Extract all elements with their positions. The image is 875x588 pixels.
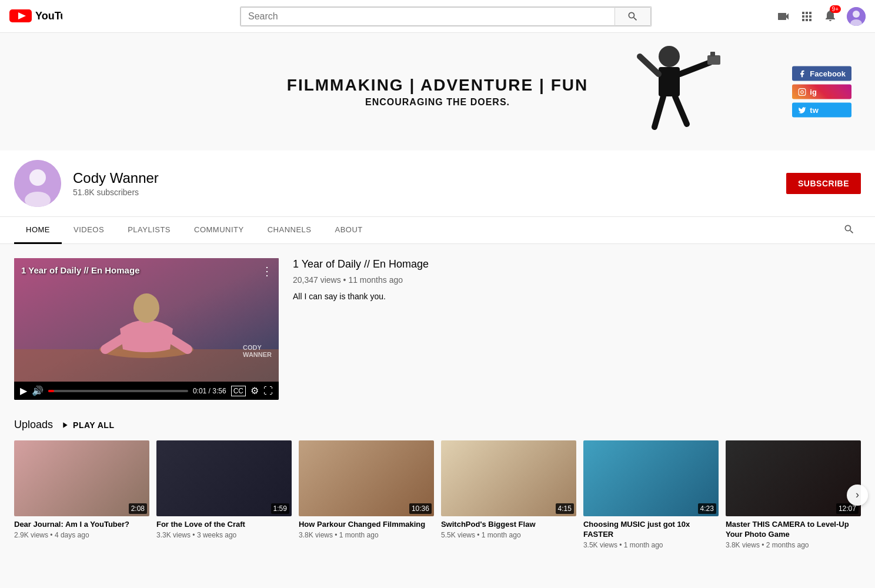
page-header: YouTube 9+ <box>0 0 875 33</box>
progress-fill <box>48 390 54 392</box>
svg-rect-14 <box>799 88 806 95</box>
notification-bell[interactable]: 9+ <box>823 8 837 24</box>
uploads-wrapper: 2:08 Dear Journal: Am I a YouTuber? 2.9K… <box>14 440 861 549</box>
subscribe-button[interactable]: SUBSCRIBE <box>786 173 861 194</box>
video-title: Dear Journal: Am I a YouTuber? <box>14 520 149 530</box>
video-card[interactable]: 2:08 Dear Journal: Am I a YouTuber? 2.9K… <box>14 440 149 549</box>
channel-info-bar: Cody Wanner 51.8K subscribers SUBSCRIBE <box>0 151 875 217</box>
banner-subtitle: ENCOURAGING THE DOERS. <box>287 97 588 108</box>
social-links: Facebook ig tw <box>792 66 851 118</box>
search-bar <box>240 6 652 26</box>
video-card[interactable]: 1:59 For the Love of the Craft 3.3K view… <box>156 440 292 549</box>
featured-section: 1 Year of Daily // En Homage ⋮ CODYWANNE… <box>14 258 861 400</box>
svg-rect-7 <box>659 67 680 96</box>
nav-search-icon[interactable] <box>837 218 861 243</box>
tab-channels[interactable]: CHANNELS <box>256 217 323 244</box>
channel-avatar <box>14 160 61 207</box>
search-input[interactable] <box>241 7 614 26</box>
video-thumbnail: 1:59 <box>156 440 292 516</box>
video-thumbnail: 12:07 <box>726 440 861 516</box>
channel-details: Cody Wanner 51.8K subscribers <box>73 170 786 197</box>
featured-video-info: 1 Year of Daily // En Homage 20,347 view… <box>293 258 861 400</box>
video-title-overlay: 1 Year of Daily // En Homage <box>21 265 139 275</box>
svg-line-8 <box>640 56 659 74</box>
featured-video-description: All I can say is thank you. <box>293 292 861 301</box>
svg-rect-10 <box>707 55 720 65</box>
video-meta: 3.3K views • 3 weeks ago <box>156 531 292 539</box>
time-display: 0:01 / 3:56 <box>193 387 226 395</box>
featured-video-title: 1 Year of Daily // En Homage <box>293 258 861 270</box>
main-content: 1 Year of Daily // En Homage ⋮ CODYWANNE… <box>0 244 875 588</box>
fullscreen-button[interactable]: ⛶ <box>263 386 273 396</box>
svg-point-17 <box>29 169 46 186</box>
channel-name: Cody Wanner <box>73 170 786 186</box>
video-meta: 5.5K views • 1 month ago <box>441 531 576 539</box>
svg-rect-11 <box>710 52 715 56</box>
twitter-label: tw <box>810 106 818 115</box>
youtube-logo-icon[interactable]: YouTube <box>9 6 62 24</box>
play-button[interactable]: ▶ <box>20 385 27 396</box>
tab-videos[interactable]: VIDEOS <box>62 217 116 244</box>
video-camera-icon[interactable] <box>776 9 790 24</box>
featured-video-player[interactable]: 1 Year of Daily // En Homage ⋮ CODYWANNE… <box>14 258 279 400</box>
channel-nav: HOME VIDEOS PLAYLISTS COMMUNITY CHANNELS… <box>0 217 875 244</box>
video-controls: ▶ 🔊 0:01 / 3:56 CC ⚙ ⛶ <box>14 382 279 400</box>
banner-text: FILMMAKING | ADVENTURE | FUN ENCOURAGING… <box>287 76 588 108</box>
progress-bar[interactable] <box>48 390 188 392</box>
featured-thumbnail: 1 Year of Daily // En Homage ⋮ CODYWANNE… <box>14 258 279 382</box>
banner-person-figure <box>610 33 728 151</box>
uploads-section: Uploads PLAY ALL 2:08 Dear Journal: Am I… <box>14 419 861 549</box>
section-title: Uploads <box>14 419 53 431</box>
video-meta: 2.9K views • 4 days ago <box>14 531 149 539</box>
video-row: 2:08 Dear Journal: Am I a YouTuber? 2.9K… <box>14 440 861 549</box>
tab-playlists[interactable]: PLAYLISTS <box>116 217 182 244</box>
video-title: Choosing MUSIC just got 10x FASTER <box>583 520 719 540</box>
svg-text:YouTube: YouTube <box>35 10 62 22</box>
header-left: YouTube <box>9 6 115 26</box>
avatar[interactable] <box>847 7 866 26</box>
notification-count: 9+ <box>830 5 841 13</box>
cc-button[interactable]: CC <box>231 386 246 396</box>
video-card[interactable]: 10:36 How Parkour Changed Filmmaking 3.8… <box>299 440 434 549</box>
video-duration: 10:36 <box>409 503 432 514</box>
mute-button[interactable]: 🔊 <box>32 385 44 396</box>
video-menu-button[interactable]: ⋮ <box>261 264 273 278</box>
search-area <box>240 6 652 26</box>
svg-point-22 <box>133 293 159 323</box>
facebook-label: Facebook <box>810 69 846 78</box>
video-thumbnail: 4:23 <box>583 440 719 516</box>
video-meta: 3.8K views • 1 month ago <box>299 531 434 539</box>
video-title: For the Love of the Craft <box>156 520 292 530</box>
header-right: 9+ <box>776 7 866 26</box>
instagram-link[interactable]: ig <box>792 85 851 99</box>
search-icon <box>627 11 639 22</box>
tab-home[interactable]: HOME <box>14 217 62 244</box>
video-duration: 4:23 <box>698 503 716 514</box>
svg-point-6 <box>659 46 680 67</box>
svg-line-13 <box>675 96 687 124</box>
video-card[interactable]: 4:15 SwitchPod's Biggest Flaw 5.5K views… <box>441 440 576 549</box>
video-thumbnail: 4:15 <box>441 440 576 516</box>
video-meta: 3.8K views • 2 months ago <box>726 541 861 549</box>
video-title: How Parkour Changed Filmmaking <box>299 520 434 530</box>
settings-button[interactable]: ⚙ <box>251 385 259 396</box>
video-thumbnail: 10:36 <box>299 440 434 516</box>
apps-icon[interactable] <box>800 9 814 24</box>
video-title: Master THIS CAMERA to Level-Up Your Phot… <box>726 520 861 540</box>
channel-banner: FILMMAKING | ADVENTURE | FUN ENCOURAGING… <box>0 33 875 151</box>
play-all-button[interactable]: PLAY ALL <box>60 420 114 430</box>
channel-subscribers: 51.8K subscribers <box>73 188 786 197</box>
video-meta: 3.5K views • 1 month ago <box>583 541 719 549</box>
search-button[interactable] <box>614 7 651 26</box>
facebook-link[interactable]: Facebook <box>792 66 851 81</box>
featured-video-meta: 20,347 views • 11 months ago <box>293 275 861 285</box>
next-arrow[interactable]: › <box>847 485 868 506</box>
video-card[interactable]: 12:07 Master THIS CAMERA to Level-Up You… <box>726 440 861 549</box>
tab-about[interactable]: ABOUT <box>323 217 375 244</box>
tab-community[interactable]: COMMUNITY <box>182 217 256 244</box>
video-card[interactable]: 4:23 Choosing MUSIC just got 10x FASTER … <box>583 440 719 549</box>
video-watermark: CODYWANNER <box>243 344 272 358</box>
twitter-link[interactable]: tw <box>792 103 851 118</box>
banner-title: FILMMAKING | ADVENTURE | FUN <box>287 76 588 95</box>
section-header: Uploads PLAY ALL <box>14 419 861 431</box>
